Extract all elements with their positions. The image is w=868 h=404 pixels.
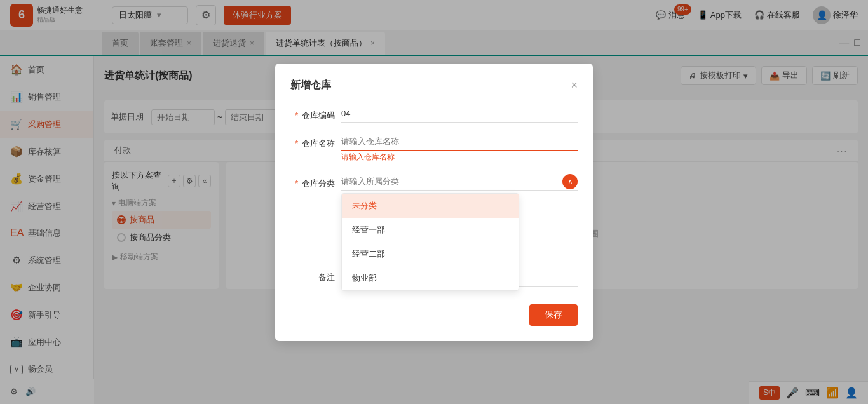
- warehouse-code-row: 仓库编码: [290, 105, 578, 123]
- dropdown-item-property[interactable]: 物业部: [342, 266, 519, 290]
- category-dropdown-toggle[interactable]: ∧: [562, 174, 578, 189]
- save-button[interactable]: 保存: [529, 304, 578, 326]
- warehouse-category-row: 仓库分类 ∧ 未分类 经营一部 经营二部 物业部: [290, 173, 578, 191]
- category-dropdown-list: 未分类 经营一部 经营二部 物业部: [341, 193, 519, 291]
- warehouse-category-wrapper: ∧ 未分类 经营一部 经营二部 物业部: [341, 173, 578, 191]
- note-label: 备注: [290, 267, 341, 283]
- warehouse-name-row: 仓库名称 请输入仓库名称: [290, 133, 578, 163]
- warehouse-name-label: 仓库名称: [290, 133, 341, 149]
- dialog-header: 新增仓库 ×: [290, 79, 578, 92]
- dialog-overlay: 新增仓库 × 仓库编码 仓库名称 请输入仓库名称 仓库分类: [0, 0, 868, 404]
- warehouse-code-control: [341, 105, 578, 123]
- warehouse-category-input[interactable]: [341, 173, 578, 191]
- dialog-close-button[interactable]: ×: [571, 79, 578, 92]
- dropdown-item-ops2[interactable]: 经营二部: [342, 242, 519, 266]
- warehouse-code-label: 仓库编码: [290, 105, 341, 121]
- warehouse-name-control: 请输入仓库名称: [341, 133, 578, 163]
- warehouse-code-input[interactable]: [341, 105, 578, 123]
- warehouse-category-label: 仓库分类: [290, 173, 341, 189]
- dropdown-item-uncategorized[interactable]: 未分类: [342, 194, 519, 218]
- dropdown-item-ops1[interactable]: 经营一部: [342, 218, 519, 242]
- warehouse-name-error: 请输入仓库名称: [341, 152, 578, 163]
- dialog-title: 新增仓库: [290, 79, 331, 92]
- dialog: 新增仓库 × 仓库编码 仓库名称 请输入仓库名称 仓库分类: [275, 64, 593, 341]
- dialog-footer: 保存: [290, 304, 578, 326]
- warehouse-name-input[interactable]: [341, 133, 578, 151]
